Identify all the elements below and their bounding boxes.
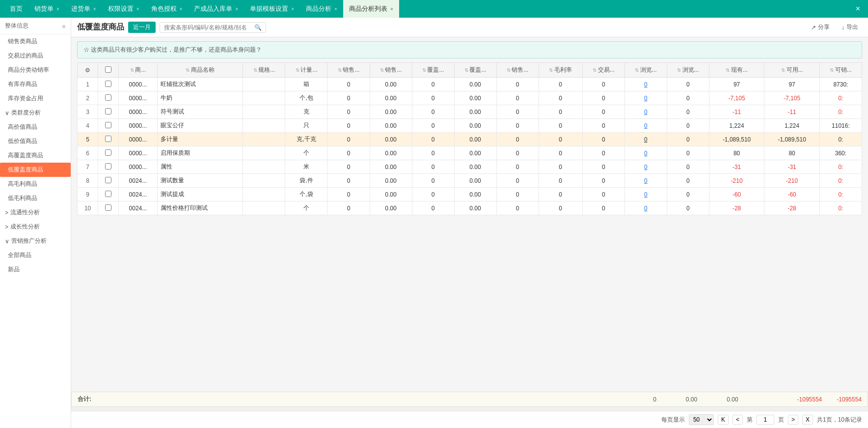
scrollbar-track[interactable]: [71, 407, 868, 411]
sidebar-item-high-margin[interactable]: 高毛利商品: [0, 177, 71, 191]
row-checkbox[interactable]: [105, 81, 111, 87]
cell-browse1[interactable]: 0: [624, 105, 667, 119]
col-settings[interactable]: ⚙: [78, 63, 98, 78]
next-page-btn[interactable]: >: [788, 415, 798, 425]
date-filter-btn[interactable]: 近一月: [128, 22, 156, 33]
col-code[interactable]: 商...: [118, 63, 157, 78]
sidebar-item-low-value[interactable]: 低价值商品: [0, 134, 71, 148]
pagination-bar: 每页显示 50 10 20 100 K < 第 页 > X 共1页，10条记录: [71, 411, 868, 428]
per-page-select[interactable]: 50 10 20 100: [689, 414, 714, 425]
search-icon[interactable]: 🔍: [254, 24, 262, 31]
cell-checkbox[interactable]: [98, 160, 119, 174]
row-checkbox[interactable]: [105, 177, 111, 183]
cell-browse1[interactable]: 0: [624, 188, 667, 201]
nav-item-templates[interactable]: 单据模板设置 ×: [244, 0, 300, 18]
row-checkbox[interactable]: [105, 163, 111, 170]
nav-close-templates[interactable]: ×: [291, 6, 294, 12]
cell-browse1[interactable]: 0: [624, 119, 667, 133]
sidebar-item-all-goods[interactable]: 全部商品: [0, 248, 71, 262]
sidebar-item-low-coverage[interactable]: 低覆盖度商品: [0, 163, 71, 177]
col-sales2[interactable]: 销售...: [370, 63, 412, 78]
cell-checkbox[interactable]: [98, 146, 119, 160]
col-stock3[interactable]: 可销...: [819, 63, 862, 78]
col-unit[interactable]: 计量...: [285, 63, 327, 78]
sidebar-group-cluster[interactable]: ∨ 类群度分析: [0, 106, 71, 120]
cell-browse1[interactable]: 0: [624, 146, 667, 160]
sidebar-group-growth[interactable]: > 成长性分析: [0, 220, 71, 234]
row-checkbox[interactable]: [105, 122, 111, 128]
cell-checkbox[interactable]: [98, 174, 119, 188]
search-input[interactable]: [164, 24, 252, 31]
cell-browse1[interactable]: 0: [624, 160, 667, 174]
nav-close-purchase[interactable]: ×: [93, 6, 96, 12]
col-browse1[interactable]: 浏览...: [624, 63, 667, 78]
cell-browse1[interactable]: 0: [624, 78, 667, 91]
cell-browse1[interactable]: 0: [624, 201, 667, 215]
nav-close-permissions[interactable]: ×: [136, 6, 139, 12]
row-checkbox[interactable]: [105, 149, 111, 156]
nav-item-purchase[interactable]: 进货单 ×: [65, 0, 102, 18]
col-sales1[interactable]: 销售...: [327, 63, 370, 78]
col-stock1[interactable]: 现有...: [709, 63, 764, 78]
prev-page-btn[interactable]: <: [732, 415, 743, 425]
last-page-btn[interactable]: X: [802, 415, 813, 425]
row-checkbox[interactable]: [105, 204, 111, 211]
row-checkbox[interactable]: [105, 108, 111, 114]
col-browse2[interactable]: 浏览...: [667, 63, 709, 78]
cell-checkbox[interactable]: [98, 119, 119, 133]
nav-item-permissions[interactable]: 权限设置 ×: [102, 0, 145, 18]
cell-browse1[interactable]: 0: [624, 133, 667, 146]
nav-item-analysis-list[interactable]: 商品分析列表 ×: [343, 0, 399, 18]
sidebar-item-category-rate[interactable]: 商品分类动销率: [0, 63, 71, 77]
col-checkbox[interactable]: [98, 63, 119, 78]
nav-item-home[interactable]: 首页: [4, 0, 28, 18]
sidebar-item-capital[interactable]: 库存资金占用: [0, 91, 71, 106]
sidebar-item-in-stock[interactable]: 有库存商品: [0, 77, 71, 91]
col-cover2[interactable]: 覆盖...: [454, 63, 496, 78]
sidebar-item-sales-goods[interactable]: 销售类商品: [0, 34, 71, 49]
col-stock2[interactable]: 可用...: [764, 63, 820, 78]
share-btn[interactable]: ↗ 分享: [807, 22, 834, 33]
col-spec[interactable]: 规格...: [243, 63, 285, 78]
nav-item-analysis[interactable]: 商品分析 ×: [300, 0, 343, 18]
col-name[interactable]: 商品名称: [158, 63, 243, 78]
col-sales3[interactable]: 销售...: [496, 63, 539, 78]
sidebar-group-marketing[interactable]: ∨ 营销推广分析: [0, 234, 71, 248]
nav-close-sales[interactable]: ×: [56, 6, 59, 12]
cell-checkbox[interactable]: [98, 201, 119, 215]
sidebar-item-high-coverage[interactable]: 高覆盖度商品: [0, 148, 71, 163]
select-all-checkbox[interactable]: [105, 66, 111, 73]
sidebar-item-high-value[interactable]: 高价值商品: [0, 120, 71, 134]
cell-checkbox[interactable]: [98, 78, 119, 91]
cell-checkbox[interactable]: [98, 91, 119, 105]
col-cover1[interactable]: 覆盖...: [412, 63, 454, 78]
nav-close-analysis-list[interactable]: ×: [390, 6, 393, 12]
sidebar-item-new-goods[interactable]: 新品: [0, 262, 71, 277]
nav-close-roles[interactable]: ×: [180, 6, 183, 12]
cell-margin: 0: [539, 174, 582, 188]
nav-close-analysis[interactable]: ×: [334, 6, 337, 12]
export-btn[interactable]: ↓ 导出: [838, 22, 862, 33]
row-checkbox[interactable]: [105, 136, 111, 142]
sidebar-group-flow[interactable]: > 流通性分析: [0, 205, 71, 220]
col-trade[interactable]: 交易...: [582, 63, 624, 78]
first-page-btn[interactable]: K: [718, 415, 729, 425]
sidebar-item-traded-goods[interactable]: 交易过的商品: [0, 49, 71, 63]
row-checkbox[interactable]: [105, 191, 111, 197]
nav-item-sales[interactable]: 销货单 ×: [28, 0, 65, 18]
nav-item-roles[interactable]: 角色授权 ×: [145, 0, 189, 18]
cell-checkbox[interactable]: [98, 188, 119, 201]
cell-browse1[interactable]: 0: [624, 91, 667, 105]
col-margin[interactable]: 毛利率: [539, 63, 582, 78]
table-container[interactable]: ⚙ 商... 商品名称 规格... 计量... 销售... 销售... 覆盖..…: [71, 62, 868, 392]
window-close-btn[interactable]: ×: [852, 4, 864, 13]
cell-checkbox[interactable]: [98, 105, 119, 119]
page-number-input[interactable]: [757, 415, 774, 425]
cell-checkbox[interactable]: [98, 133, 119, 146]
sidebar-item-low-margin[interactable]: 低毛利商品: [0, 191, 71, 205]
cell-browse1[interactable]: 0: [624, 174, 667, 188]
nav-item-warehouse[interactable]: 产成品入库单 ×: [188, 0, 244, 18]
nav-close-warehouse[interactable]: ×: [235, 6, 238, 12]
row-checkbox[interactable]: [105, 94, 111, 101]
sidebar-collapse-btn[interactable]: «: [62, 22, 66, 30]
